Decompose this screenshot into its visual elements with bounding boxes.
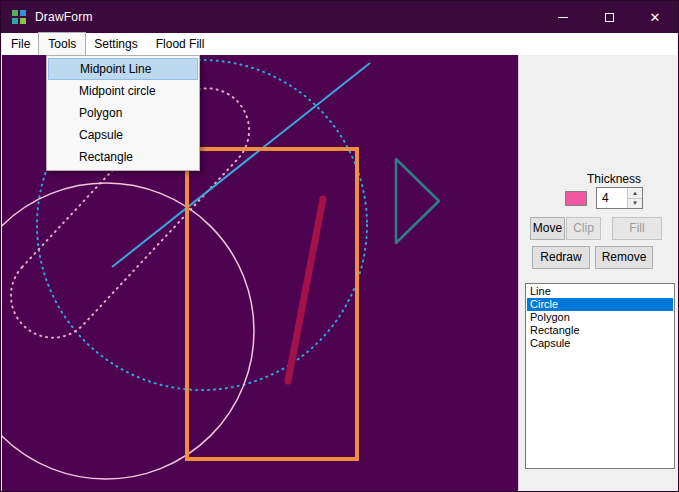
minimize-icon [558,17,568,18]
menu-item-polygon[interactable]: Polygon [48,102,198,124]
menu-bar: File Tools Settings Flood Fill [2,33,677,55]
drawform-window: DrawForm ✕ File Tools Settings Flood Fil… [0,0,679,492]
close-button[interactable]: ✕ [632,1,678,33]
thickness-label: Thickness [587,172,641,186]
stepper-up-icon[interactable]: ▲ [628,188,642,198]
menu-item-midpoint-circle[interactable]: Midpoint circle [48,80,198,102]
stepper-down-icon[interactable]: ▼ [628,198,642,209]
menu-flood-fill[interactable]: Flood Fill [147,33,214,55]
shapes-listbox: Line Circle Polygon Rectangle Capsule [525,283,675,469]
move-button[interactable]: Move [530,217,565,240]
menu-tools[interactable]: Tools [39,33,85,55]
menu-item-rectangle[interactable]: Rectangle [48,146,198,168]
app-icon [11,9,27,25]
list-item-polygon[interactable]: Polygon [527,311,673,324]
window-title: DrawForm [35,10,93,24]
clip-button[interactable]: Clip [566,217,601,240]
thickness-stepper: ▲ ▼ [596,187,643,209]
maximize-button[interactable] [586,1,632,33]
control-panel: Thickness ▲ ▼ Move Clip Fill Redraw Remo… [518,55,677,490]
window-controls: ✕ [540,1,678,33]
list-item-circle[interactable]: Circle [527,298,673,311]
remove-button[interactable]: Remove [595,246,653,269]
list-item-line[interactable]: Line [527,285,673,298]
list-item-rectangle[interactable]: Rectangle [527,324,673,337]
menu-item-midpoint-line[interactable]: Midpoint Line [48,58,198,80]
menu-item-capsule[interactable]: Capsule [48,124,198,146]
tools-dropdown-menu: Midpoint Line Midpoint circle Polygon Ca… [46,55,200,171]
fill-button[interactable]: Fill [612,217,662,240]
title-bar: DrawForm ✕ [1,1,678,33]
menu-settings[interactable]: Settings [85,33,146,55]
list-item-capsule[interactable]: Capsule [527,337,673,350]
menu-file[interactable]: File [2,33,39,55]
minimize-button[interactable] [540,1,586,33]
stepper-buttons: ▲ ▼ [627,188,642,208]
redraw-button[interactable]: Redraw [532,246,590,269]
color-swatch[interactable] [565,191,587,206]
thickness-value-input[interactable] [597,188,627,208]
maximize-icon [605,13,614,22]
